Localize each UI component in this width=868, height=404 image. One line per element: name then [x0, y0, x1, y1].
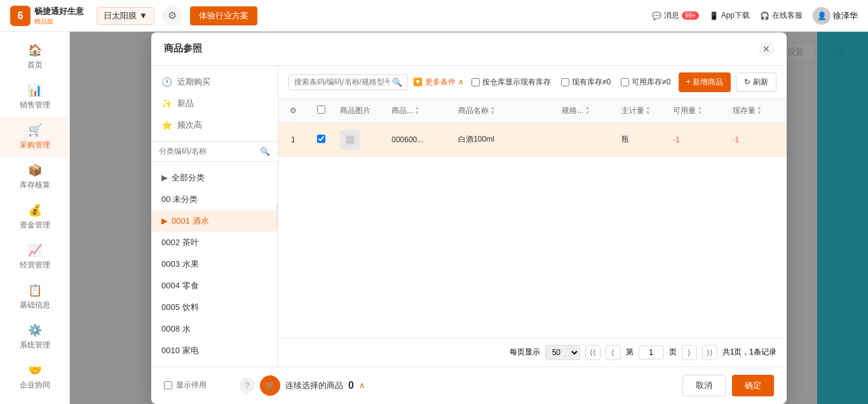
message-icon: 💬 [652, 11, 661, 20]
checkbox-stock-input[interactable] [561, 78, 569, 86]
checkbox-by-warehouse[interactable]: 按仓库显示现有库存 [471, 77, 551, 88]
th-product-code[interactable]: 商品...▲▼ [386, 99, 453, 123]
sidebar-item-home[interactable]: 🏠 首页 [0, 37, 69, 77]
cancel-button[interactable]: 取消 [682, 375, 726, 396]
logo-icon: 6 [10, 6, 31, 26]
filter-icon: 🔽 [413, 77, 423, 86]
nav-app-item[interactable]: 📱 App下载 [709, 10, 750, 21]
logo-text: 畅捷通好生意 精品版 [34, 6, 84, 26]
category-item-5[interactable]: 0005 饮料 [151, 297, 278, 318]
first-page-button[interactable]: ⟨⟨ [585, 345, 600, 360]
filter-button[interactable]: 🔽 更多条件 ∧ [413, 77, 464, 88]
search-magnifier-icon[interactable]: 🔍 [392, 77, 402, 87]
toolbar: 🔍 🔽 更多条件 ∧ 按仓库显示现有库存 [278, 66, 787, 99]
checkbox-group: 按仓库显示现有库存 现有库存≠0 可用库存≠0 [471, 77, 671, 88]
th-product-name[interactable]: 商品名称▲▼ [453, 99, 557, 123]
user-avatar-area[interactable]: 👤 徐泽华 [813, 7, 858, 25]
table-header-row: ⚙ 商品图片 商品...▲▼ [278, 99, 787, 123]
tab-frequent[interactable]: ⭐ 频次高 [151, 114, 278, 136]
category-item-1[interactable]: ▶ 0001 酒水 [151, 210, 278, 232]
frequent-icon: ⭐ [161, 120, 172, 130]
tab-recent-purchase[interactable]: 🕐 近期购买 [151, 71, 278, 93]
avatar-icon: 👤 [817, 11, 827, 20]
category-search-input[interactable] [159, 147, 256, 156]
category-item-7[interactable]: 0010 家电 [151, 340, 278, 361]
sidebar-label-sales: 销售管理 [20, 100, 50, 111]
headset-icon: 🎧 [760, 11, 770, 20]
sidebar-label-system: 系统管理 [20, 340, 50, 351]
sidebar-item-system[interactable]: ⚙️ 系统管理 [0, 317, 69, 357]
cart-label: 连续选择的商品 [285, 380, 343, 391]
system-icon: ⚙️ [28, 323, 42, 337]
checkbox-avail-input[interactable] [621, 78, 629, 86]
row-checkbox-cell[interactable] [308, 123, 335, 156]
sidebar-item-inventory[interactable]: 📦 库存核算 [0, 157, 69, 197]
sidebar-item-collab[interactable]: 🤝 企业协同 [0, 357, 69, 397]
checkbox-existing-stock[interactable]: 现有库存≠0 [561, 77, 611, 88]
help-icon[interactable]: ? [240, 378, 255, 393]
product-reference-modal: 商品参照 ✕ 🕐 近期购买 ✨ 新 [151, 32, 787, 404]
prev-page-button[interactable]: ⟨ [606, 345, 621, 360]
footer-center: ? 🛒 连续选择的商品 0 ∧ [240, 375, 365, 396]
try-industry-button[interactable]: 体验行业方案 [190, 6, 257, 25]
footer-collapse-icon[interactable]: ∧ [359, 380, 365, 390]
modal-close-button[interactable]: ✕ [759, 41, 774, 57]
nav-service-item[interactable]: 🎧 在线客服 [760, 10, 803, 21]
filter-chevron-icon: ∧ [458, 77, 464, 86]
nav-message-item[interactable]: 💬 消息 99+ [652, 10, 699, 21]
cart-icon-button[interactable]: 🛒 [260, 375, 280, 396]
search-icon[interactable]: 🔍 [260, 147, 270, 156]
category-label-5: 0005 饮料 [161, 302, 199, 313]
sidebar-item-purchase[interactable]: 🛒 采购管理 [0, 117, 69, 157]
sidebar-item-finance[interactable]: 💰 资金管理 [0, 197, 69, 237]
sidebar-item-guide[interactable]: 🎯 新手引导 [0, 397, 69, 404]
disabled-checkbox-input[interactable] [164, 381, 172, 389]
sidebar-item-sales[interactable]: 📊 销售管理 [0, 77, 69, 117]
th-available[interactable]: 可用量▲▼ [668, 99, 727, 123]
page-size-select[interactable]: 50 100 [545, 345, 580, 360]
confirm-button[interactable]: 确定 [732, 375, 774, 396]
tab-new-label: 新品 [177, 98, 194, 109]
th-current-stock[interactable]: 现存量▲▼ [728, 99, 787, 123]
sidebar-item-basic[interactable]: 📋 基础信息 [0, 277, 69, 317]
next-page-button[interactable]: ⟩ [682, 345, 697, 360]
left-panel: 🕐 近期购买 ✨ 新品 ⭐ 频次高 [151, 66, 278, 367]
table-row[interactable]: 1 IMG 000600... 白酒100ml 瓶 -1 -1 [278, 123, 787, 156]
service-label: 在线客服 [772, 10, 803, 21]
category-item-3[interactable]: 0003 水果 [151, 253, 278, 275]
sort-code-icon: ▲▼ [414, 105, 419, 116]
th-settings[interactable]: ⚙ [278, 99, 308, 123]
select-all-checkbox[interactable] [317, 105, 325, 114]
category-item-2[interactable]: 0002 茶叶 [151, 232, 278, 253]
sidebar-label-home: 首页 [27, 60, 43, 71]
category-label-0: 00 未分类 [161, 194, 198, 205]
category-label-4: 0004 零食 [161, 280, 199, 292]
tab-new-products[interactable]: ✨ 新品 [151, 93, 278, 114]
cat-arrow-all: ▶ [161, 173, 168, 182]
category-label-3: 0003 水果 [161, 259, 199, 270]
th-product-unit[interactable]: 主计量▲▼ [616, 99, 668, 123]
svg-text:IMG: IMG [346, 140, 354, 144]
row-checkbox[interactable] [317, 135, 325, 143]
page-size-label: 每页显示 [510, 347, 540, 358]
show-disabled-checkbox[interactable]: 显示停用 [164, 380, 207, 391]
page-input[interactable] [639, 346, 664, 360]
checkbox-available-stock[interactable]: 可用库存≠0 [621, 77, 670, 88]
th-product-spec[interactable]: 规格...▲▼ [557, 99, 616, 123]
sidebar-item-operations[interactable]: 📈 经营管理 [0, 237, 69, 277]
category-item-6[interactable]: 0008 水 [151, 318, 278, 340]
last-page-button[interactable]: ⟩⟩ [702, 345, 717, 360]
refresh-button[interactable]: ↻ 刷新 [736, 72, 776, 92]
category-item-all[interactable]: ▶ 全部分类 [151, 167, 278, 189]
panel-collapse-button[interactable]: 《 [276, 203, 278, 229]
nav-dropdown[interactable]: 日太阳膜 ▼ [97, 7, 154, 25]
add-product-button[interactable]: + 新增商品 [679, 72, 731, 92]
category-item-0[interactable]: 00 未分类 [151, 189, 278, 210]
basic-icon: 📋 [28, 283, 42, 297]
left-panel-tabs: 🕐 近期购买 ✨ 新品 ⭐ 频次高 [151, 66, 278, 142]
checkbox-warehouse-input[interactable] [471, 78, 480, 86]
category-label-7: 0010 家电 [161, 345, 199, 356]
search-input[interactable] [294, 77, 390, 86]
settings-icon-btn[interactable]: ⚙ [162, 6, 182, 26]
category-item-4[interactable]: 0004 零食 [151, 275, 278, 297]
